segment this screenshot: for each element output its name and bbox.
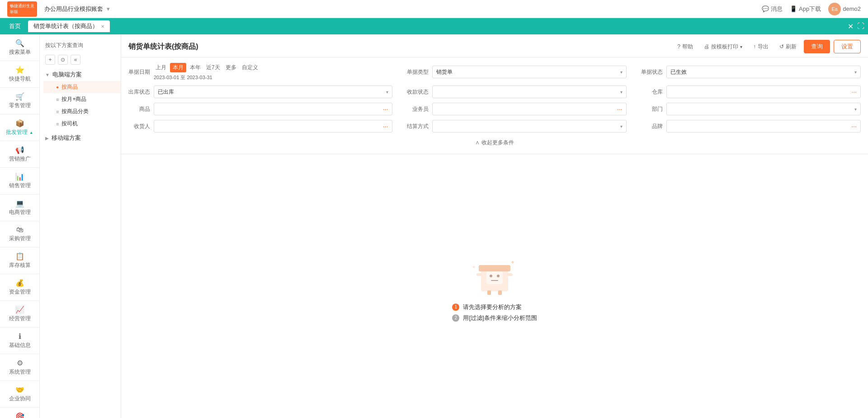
active-dot-icon: ●	[56, 85, 59, 90]
add-scheme-btn[interactable]: +	[45, 55, 55, 65]
help-btn[interactable]: ? 帮助	[674, 41, 697, 52]
product-dots[interactable]: ···	[383, 105, 388, 113]
tree-item-desktop[interactable]: ▼ 电脑端方案	[40, 68, 121, 81]
outbound-control[interactable]: 已出库 ▾	[154, 86, 392, 98]
tree-by-product[interactable]: ● 按商品	[43, 81, 121, 93]
sidebar-item-retail[interactable]: 🛒 零售管理	[0, 88, 39, 114]
department-control[interactable]: ▾	[666, 103, 861, 115]
filter-row-2: 出库状态 已出库 ▾ 收款状态 ▾	[128, 86, 861, 98]
month-product-icon: ≡	[56, 97, 59, 102]
finance-icon: 💰	[2, 279, 38, 287]
message-btn[interactable]: 💬 消息	[762, 5, 783, 13]
doc-type-control[interactable]: 销货单 ▾	[432, 66, 627, 78]
date-range-value: 2023-03-01 至 2023-03-31	[154, 74, 392, 81]
sidebar-coop-label: 企业协同	[9, 395, 31, 402]
brand-control[interactable]: ···	[666, 120, 861, 133]
filter-payment-method: 结算方式 ▾	[407, 120, 627, 133]
tree-by-driver[interactable]: ≡ 按司机	[43, 118, 121, 130]
product-control[interactable]: ···	[154, 103, 392, 115]
sidebar-system-label: 系统管理	[9, 369, 31, 375]
edit-scheme-btn[interactable]: ⊙	[58, 55, 68, 65]
date-tab-year[interactable]: 本年	[188, 63, 203, 72]
tab-close-icon[interactable]: ✕	[101, 24, 104, 29]
warehouse-dots[interactable]: ···	[851, 88, 857, 95]
close-window-icon[interactable]: ✕	[848, 22, 854, 31]
payment-control[interactable]: ▾	[432, 86, 627, 98]
sidebar-item-system[interactable]: ⚙ 系统管理	[0, 354, 39, 381]
user-avatar-btn[interactable]: Ea demo2	[828, 3, 861, 15]
sidebar-item-quick-nav[interactable]: ⭐ 快捷导航	[0, 61, 39, 88]
print-dropdown-icon: ▾	[740, 44, 742, 49]
empty-state: ✦ ✦ 1 请先选择要分析的方案 2 用[过滤]条件来缩小分析范围	[121, 154, 868, 418]
sidebar-item-inventory[interactable]: 📋 库存核算	[0, 247, 39, 274]
date-tab-last-month[interactable]: 上月	[154, 63, 168, 72]
avatar-initials: Ea	[832, 6, 838, 12]
salesperson-control[interactable]: ···	[432, 103, 627, 115]
sidebar-item-purchase[interactable]: 🛍 采购管理	[0, 221, 39, 247]
sidebar-item-finance[interactable]: 💰 资金管理	[0, 274, 39, 301]
svg-text:✦: ✦	[472, 265, 476, 270]
brand-dots[interactable]: ···	[851, 123, 857, 130]
app-download-label: App下载	[799, 5, 821, 13]
receiver-control[interactable]: ···	[154, 120, 392, 133]
query-btn[interactable]: 查询	[804, 40, 830, 53]
app-download-btn[interactable]: 📱 App下载	[790, 5, 821, 13]
date-tab-current-month[interactable]: 本月	[170, 63, 186, 72]
tree-mobile-label: 移动端方案	[52, 134, 81, 142]
workspace-dropdown-icon[interactable]: ▾	[107, 5, 110, 12]
filter-area: 单据日期 上月 本月 本年 近7天 更多 自定义 2023-03-01 至 20…	[121, 57, 868, 154]
marketing-icon: 📢	[2, 146, 38, 154]
payment-method-control[interactable]: ▾	[432, 120, 627, 133]
app-logo: 畅捷通好生意 标版	[7, 1, 37, 17]
print-icon: 🖨	[704, 43, 709, 50]
sidebar-item-search-menu[interactable]: 🔍 搜索菜单	[0, 34, 39, 61]
filter-brand: 品牌 ···	[641, 120, 861, 133]
sidebar-item-guide[interactable]: 🎯 新手引导	[0, 408, 39, 418]
step-2-num: 2	[452, 314, 459, 322]
sidebar-item-ecom[interactable]: 💻 电商管理	[0, 195, 39, 221]
collapse-btn[interactable]: ∧ 收起更多条件	[475, 139, 514, 147]
step-2-text: 用[过滤]条件来缩小分析范围	[463, 314, 537, 322]
filter-row-1: 单据日期 上月 本月 本年 近7天 更多 自定义 2023-03-01 至 20…	[128, 63, 861, 81]
wholesale-icon: 📦	[2, 119, 38, 128]
filter-department: 部门 ▾	[641, 103, 861, 115]
tree-arrow-icon: ▼	[45, 72, 50, 77]
svg-point-3	[490, 275, 492, 277]
sidebar-item-ops[interactable]: 📈 经营管理	[0, 301, 39, 328]
logo-text: 畅捷通好生意	[10, 4, 34, 8]
receiver-dots[interactable]: ···	[383, 123, 388, 130]
settings-btn[interactable]: 设置	[834, 40, 861, 53]
tree-by-month-product[interactable]: ≡ 按月+商品	[43, 93, 121, 105]
export-icon: ↑	[753, 43, 756, 50]
salesperson-label: 业务员	[407, 105, 432, 113]
tab-sales-stat[interactable]: 销货单统计表（按商品） ✕	[28, 20, 110, 32]
payment-arrow: ▾	[620, 90, 623, 95]
sidebar-item-coop[interactable]: 🤝 企业协同	[0, 381, 39, 408]
tree-item-mobile[interactable]: ▶ 移动端方案	[40, 132, 121, 144]
expand-icon[interactable]: ⛶	[857, 22, 864, 31]
doc-status-control[interactable]: 已生效 ▾	[666, 66, 861, 78]
sidebar-item-wholesale[interactable]: 📦 批发管理 ▲	[0, 114, 39, 141]
doc-status-value: 已生效	[670, 68, 687, 76]
top-bar: 畅捷通好生意 标版 办公用品行业模拟账套 ▾ 💬 消息 📱 App下载 Ea d…	[0, 0, 868, 18]
tree-by-category[interactable]: ≡ 按商品分类	[43, 105, 121, 118]
date-tab-custom[interactable]: 自定义	[240, 63, 260, 72]
tab-home[interactable]: 首页	[4, 20, 26, 32]
date-tab-7days[interactable]: 近7天	[204, 63, 222, 72]
salesperson-dots[interactable]: ···	[617, 105, 623, 113]
template-print-btn[interactable]: 🖨 按模板打印 ▾	[700, 41, 746, 52]
guide-icon: 🎯	[2, 412, 38, 418]
collapse-panel-btn[interactable]: «	[71, 55, 80, 65]
sidebar-item-base[interactable]: ℹ 基础信息	[0, 328, 39, 354]
refresh-btn[interactable]: ↺ 刷新	[776, 41, 800, 52]
sidebar-item-sales[interactable]: 📊 销售管理	[0, 168, 39, 195]
export-btn[interactable]: ↑ 导出	[750, 41, 772, 52]
svg-rect-2	[486, 271, 503, 284]
warehouse-control[interactable]: ···	[666, 86, 861, 98]
filter-product: 商品 ···	[128, 103, 392, 115]
payment-method-arrow: ▾	[620, 124, 623, 129]
date-tab-more[interactable]: 更多	[224, 63, 238, 72]
filter-doc-status: 单据状态 已生效 ▾	[641, 66, 861, 78]
sidebar-item-marketing[interactable]: 📢 营销推广	[0, 141, 39, 168]
date-tabs: 上月 本月 本年 近7天 更多 自定义	[154, 63, 392, 72]
